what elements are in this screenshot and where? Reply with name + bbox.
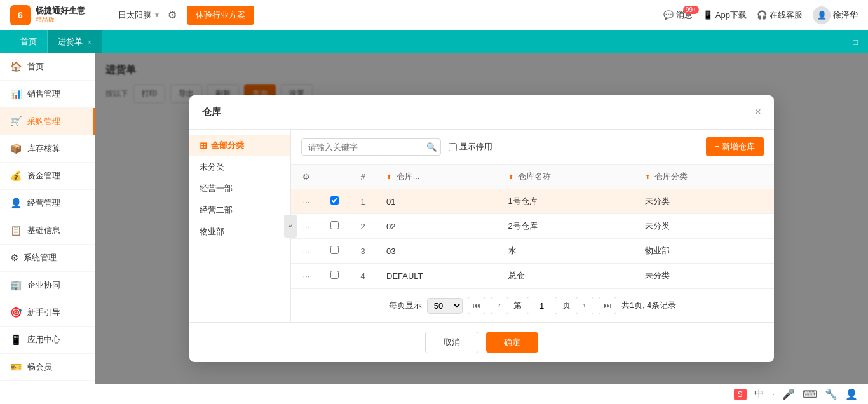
bottom-icon-user[interactable]: 👤 [845,388,858,400]
show-disabled-text: 显示停用 [459,141,492,152]
content-area: 进货单 按以下 打印 导出 刷新 查询 设置 仓库 × [95,53,868,404]
bottom-icon-dot[interactable]: · [772,389,775,400]
top-header: 6 畅捷通好生意 精品版 日太阳膜 ▼ ⚙ 体验行业方案 💬 消息 99+ 📱 … [0,0,868,30]
add-warehouse-button[interactable]: + 新增仓库 [706,137,764,156]
sidebar-label-member: 畅会员 [27,361,52,373]
row-checkbox-1[interactable] [330,221,339,229]
bottom-icon-settings[interactable]: 🔧 [825,388,837,400]
system-icon: ⚙ [10,252,18,264]
col-header-category[interactable]: ⬆ 仓库分类 [637,165,774,189]
sidebar-item-apps[interactable]: 📱 应用中心 [0,327,95,354]
sidebar-item-member[interactable]: 🎫 畅会员 [0,354,95,381]
sidebar-item-inventory[interactable]: 📦 库存核算 [0,135,95,163]
row-code-2: 03 [379,239,501,264]
message-button[interactable]: 💬 消息 99+ [663,10,693,21]
bottom-icon-keyboard[interactable]: ⌨ [803,388,817,400]
sidebar-item-finance[interactable]: 💰 资金管理 [0,163,95,190]
row-name-3: 总仓 [501,264,637,288]
table-row[interactable]: ··· 1 01 1号仓库 未分类 [291,189,774,214]
headset-icon: 🎧 [757,10,767,20]
table-row[interactable]: ··· 2 02 2号仓库 未分类 [291,214,774,239]
basic-info-icon: 📋 [10,225,22,236]
sidebar-label-home: 首页 [27,61,44,72]
app-download-button[interactable]: 📱 App下载 [703,10,747,21]
col-code-label: 仓库... [397,172,420,181]
bottom-icon-mic[interactable]: 🎤 [782,388,795,400]
row-checkbox-2[interactable] [330,246,339,254]
show-disabled-label[interactable]: 显示停用 [449,141,492,152]
modal-overlay: 仓库 × ⊞ 全部分类 未分类 经营一 [95,53,868,404]
confirm-button[interactable]: 确定 [486,332,538,353]
member-icon: 🎫 [10,361,22,373]
sort-icon-name: ⬆ [508,173,513,180]
bottom-icon-zh[interactable]: 中 [754,387,764,401]
sidebar-item-system[interactable]: ⚙ 系统管理 [0,245,95,272]
sidebar-item-basic-info[interactable]: 📋 基础信息 [0,217,95,245]
cat-item-ops2[interactable]: 经营二部 [189,199,290,221]
cat-item-property[interactable]: 物业部 [189,221,290,243]
sidebar-label-system: 系统管理 [24,252,57,264]
row-more[interactable]: ··· [291,264,322,288]
row-more[interactable]: ··· [291,189,322,214]
show-disabled-checkbox[interactable] [449,143,457,151]
tab-close-icon[interactable]: × [88,39,92,46]
sidebar-label-enterprise: 企业协同 [27,279,60,291]
user-profile[interactable]: 👤 徐泽华 [813,6,858,24]
cat-item-uncategorized[interactable]: 未分类 [189,156,290,178]
home-icon: 🏠 [10,61,22,72]
category-collapse-button[interactable]: « [284,215,297,238]
sidebar-item-sales[interactable]: 📊 销售管理 [0,81,95,108]
table-row[interactable]: ··· 3 03 水 物业部 [291,239,774,264]
first-page-button[interactable]: ⏮ [468,297,485,314]
search-button[interactable]: 🔍 [421,139,441,155]
settings-icon[interactable]: ⚙ [168,9,177,21]
sidebar-item-purchase[interactable]: 🛒 采购管理 [0,108,95,135]
cat-ops1-label: 经营一部 [200,183,233,194]
row-checkbox-3[interactable] [330,271,339,279]
table-row[interactable]: ··· 4 DEFAULT 总仓 未分类 [291,264,774,288]
sidebar-label-guide: 新手引导 [27,307,60,318]
tab-purchase[interactable]: 进货单 × [48,30,102,53]
row-checkbox-0[interactable] [330,196,339,205]
cat-item-all[interactable]: ⊞ 全部分类 [189,135,290,156]
bottom-icon-1[interactable]: S [734,389,747,400]
sidebar-label-inventory: 库存核算 [27,143,60,154]
sidebar-item-home[interactable]: 🏠 首页 [0,53,95,81]
sidebar-label-finance: 资金管理 [27,170,60,182]
cancel-button[interactable]: 取消 [425,332,478,353]
logo-icon: 6 [10,5,31,25]
col-header-name[interactable]: ⬆ 仓库名称 [501,165,637,189]
prev-page-button[interactable]: ‹ [491,297,508,314]
purchase-icon: 🛒 [10,116,22,127]
inventory-icon: 📦 [10,143,22,154]
col-header-code[interactable]: ⬆ 仓库... [379,165,501,189]
nav-tab-controls: — □ [839,37,858,47]
page-unit: 页 [562,300,571,311]
sidebar-item-guide[interactable]: 🎯 新手引导 [0,299,95,327]
username: 徐泽华 [833,10,858,21]
modal-close-button[interactable]: × [754,105,761,119]
data-table: ⚙ # ⬆ 仓库... ⬆ [291,165,774,288]
sidebar-item-operations[interactable]: 👤 经营管理 [0,190,95,217]
tab-home[interactable]: 首页 [10,30,48,53]
online-service-label: 在线客服 [770,10,803,21]
cat-item-ops1[interactable]: 经营一部 [189,178,290,199]
sidebar-item-enterprise[interactable]: 🏢 企业协同 [0,272,95,299]
maximize-icon[interactable]: □ [853,37,858,47]
store-arrow: ▼ [154,11,160,18]
col-header-settings[interactable]: ⚙ [291,165,322,189]
last-page-button[interactable]: ⏭ [599,297,616,314]
store-selector[interactable]: 日太阳膜 ▼ [118,10,160,21]
search-input[interactable] [302,139,421,155]
operations-icon: 👤 [10,198,22,209]
minimize-icon[interactable]: — [839,37,848,47]
modal-header: 仓库 × [189,95,774,130]
row-more[interactable]: ··· [291,239,322,264]
page-input[interactable] [527,297,557,314]
online-service-button[interactable]: 🎧 在线客服 [757,10,803,21]
trial-button[interactable]: 体验行业方案 [187,6,254,25]
table-header-row: ⚙ # ⬆ 仓库... ⬆ [291,165,774,189]
next-page-button[interactable]: › [576,297,593,314]
store-name: 日太阳膜 [118,10,151,21]
per-page-select[interactable]: 50 100 200 [427,298,463,314]
